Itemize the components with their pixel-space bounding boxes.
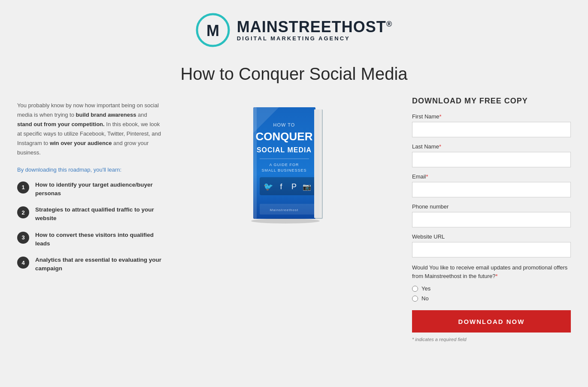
required-star: * bbox=[426, 173, 428, 180]
required-star: * bbox=[439, 113, 442, 120]
website-label: Website URL bbox=[412, 233, 571, 240]
required-note: * indicates a required field bbox=[412, 337, 571, 342]
svg-text:HOW TO: HOW TO bbox=[273, 122, 295, 127]
list-item: 2 Strategies to attract qualified traffi… bbox=[17, 206, 163, 223]
form-column: DOWNLOAD MY FREE COPY First Name* Last N… bbox=[412, 97, 571, 342]
email-opt-in-question: Would You like to receive email updates … bbox=[412, 263, 571, 280]
svg-text:Mainstreethost: Mainstreethost bbox=[270, 208, 298, 212]
logo: M MAINSTREETHOST® DIGITAL MARKETING AGEN… bbox=[196, 13, 392, 47]
logo-main-text: MAINSTREETHOST® bbox=[237, 18, 392, 36]
download-now-button[interactable]: DOWNLOAD NOW bbox=[412, 310, 571, 333]
phone-group: Phone number bbox=[412, 203, 571, 227]
list-item: 4 Analytics that are essential to evalua… bbox=[17, 256, 163, 273]
logo-sub-text: DIGITAL MARKETING AGENCY bbox=[237, 35, 392, 42]
radio-group: Yes No bbox=[412, 285, 571, 302]
list-number-4: 4 bbox=[17, 257, 29, 269]
first-name-input[interactable] bbox=[412, 122, 571, 137]
left-column: You probably know by now how important b… bbox=[17, 97, 163, 273]
list-text-3: How to convert these visitors into quali… bbox=[35, 231, 163, 248]
svg-text:SOCIAL MEDIA: SOCIAL MEDIA bbox=[257, 146, 312, 154]
svg-text:SMALL BUSINESSES: SMALL BUSINESSES bbox=[261, 168, 306, 172]
last-name-group: Last Name* bbox=[412, 143, 571, 167]
header: M MAINSTREETHOST® DIGITAL MARKETING AGEN… bbox=[17, 0, 571, 56]
svg-text:M: M bbox=[206, 22, 219, 39]
page-title-section: How to Conquer Social Media bbox=[17, 56, 571, 97]
first-name-group: First Name* bbox=[412, 113, 571, 137]
email-opt-in-group: Would You like to receive email updates … bbox=[412, 263, 571, 302]
website-group: Website URL bbox=[412, 233, 571, 257]
radio-yes-label[interactable]: Yes bbox=[412, 285, 571, 292]
email-input[interactable] bbox=[412, 182, 571, 197]
email-label: Email* bbox=[412, 173, 571, 180]
required-star: * bbox=[439, 143, 441, 150]
page-title: How to Conquer Social Media bbox=[17, 64, 571, 84]
last-name-label: Last Name* bbox=[412, 143, 571, 150]
list-text-4: Analytics that are essential to evaluati… bbox=[35, 256, 163, 273]
book-cover-svg: HOW TO CONQUER SOCIAL MEDIA A GUIDE FOR … bbox=[245, 105, 330, 225]
list-number-1: 1 bbox=[17, 181, 29, 194]
last-name-input[interactable] bbox=[412, 152, 571, 167]
roadmap-label: By downloading this roadmap, you'll lear… bbox=[17, 166, 163, 173]
list-item: 1 How to identify your target audience/b… bbox=[17, 181, 163, 198]
list-text-2: Strategies to attract qualified traffic … bbox=[35, 206, 163, 223]
main-content: You probably know by now how important b… bbox=[17, 97, 571, 342]
first-name-label: First Name* bbox=[412, 113, 571, 120]
form-title: DOWNLOAD MY FREE COPY bbox=[412, 97, 571, 106]
radio-no-label[interactable]: No bbox=[412, 295, 571, 302]
svg-point-25 bbox=[251, 218, 320, 224]
list-number-2: 2 bbox=[17, 206, 29, 218]
feature-list: 1 How to identify your target audience/b… bbox=[17, 181, 163, 273]
svg-text:CONQUER: CONQUER bbox=[256, 130, 313, 143]
website-input[interactable] bbox=[412, 242, 571, 257]
logo-icon: M bbox=[196, 13, 230, 47]
list-number-3: 3 bbox=[17, 232, 29, 244]
intro-paragraph: You probably know by now how important b… bbox=[17, 101, 163, 158]
book-image-column: HOW TO CONQUER SOCIAL MEDIA A GUIDE FOR … bbox=[180, 97, 395, 225]
list-item: 3 How to convert these visitors into qua… bbox=[17, 231, 163, 248]
email-group: Email* bbox=[412, 173, 571, 197]
svg-text:📷: 📷 bbox=[303, 183, 311, 191]
logo-text-block: MAINSTREETHOST® DIGITAL MARKETING AGENCY bbox=[237, 18, 392, 42]
svg-text:🐦: 🐦 bbox=[264, 182, 273, 191]
radio-no-input[interactable] bbox=[412, 296, 418, 302]
svg-text:A GUIDE FOR: A GUIDE FOR bbox=[269, 163, 299, 167]
phone-input[interactable] bbox=[412, 212, 571, 227]
radio-yes-input[interactable] bbox=[412, 286, 418, 292]
list-text-1: How to identify your target audience/buy… bbox=[35, 181, 163, 198]
svg-text:P: P bbox=[291, 182, 297, 191]
phone-label: Phone number bbox=[412, 203, 571, 210]
svg-rect-20 bbox=[314, 109, 322, 218]
